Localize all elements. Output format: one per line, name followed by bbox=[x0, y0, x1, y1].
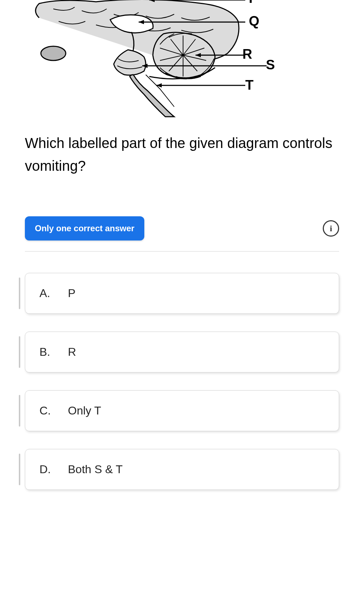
option-letter: C. bbox=[39, 404, 68, 417]
option-a[interactable]: A. P bbox=[25, 273, 339, 314]
info-icon[interactable]: i bbox=[323, 220, 339, 237]
option-letter: D. bbox=[39, 463, 68, 476]
label-P: P bbox=[249, 0, 258, 6]
brain-diagram: P Q R S T bbox=[25, 0, 339, 117]
option-b[interactable]: B. R bbox=[25, 332, 339, 372]
question-text: Which labelled part of the given diagram… bbox=[25, 132, 339, 177]
answer-meta-row: Only one correct answer i bbox=[25, 216, 339, 240]
svg-marker-10 bbox=[156, 83, 162, 88]
option-letter: A. bbox=[39, 287, 68, 300]
label-S: S bbox=[266, 57, 275, 72]
options-list: A. P B. R C. Only T D. Both S & T bbox=[25, 273, 339, 490]
divider bbox=[25, 251, 339, 252]
option-text: R bbox=[68, 345, 76, 359]
label-R: R bbox=[242, 47, 252, 62]
svg-point-0 bbox=[41, 46, 66, 60]
label-Q: Q bbox=[249, 14, 259, 28]
label-T: T bbox=[245, 78, 253, 92]
answer-type-badge[interactable]: Only one correct answer bbox=[25, 216, 144, 240]
option-text: Only T bbox=[68, 404, 101, 417]
option-text: Both S & T bbox=[68, 463, 123, 476]
option-c[interactable]: C. Only T bbox=[25, 390, 339, 431]
option-text: P bbox=[68, 287, 75, 300]
brain-svg: P Q R S T bbox=[25, 0, 339, 117]
option-d[interactable]: D. Both S & T bbox=[25, 449, 339, 490]
option-letter: B. bbox=[39, 345, 68, 359]
question-container: P Q R S T Which labelled part of the giv… bbox=[0, 0, 364, 504]
